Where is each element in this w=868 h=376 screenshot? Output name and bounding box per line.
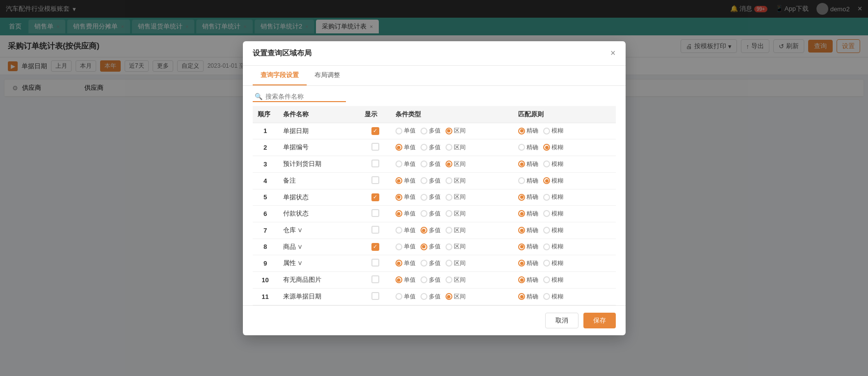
- modal-close-button[interactable]: ×: [610, 48, 616, 58]
- search-icon: 🔍: [255, 93, 263, 100]
- search-input[interactable]: [265, 93, 344, 100]
- tab-layout-adjust-label: 布局调整: [315, 71, 340, 79]
- tab-layout-adjust[interactable]: 布局调整: [307, 66, 348, 85]
- search-input-wrap: 🔍: [253, 92, 346, 102]
- modal-header: 设置查询区域布局 ×: [243, 41, 626, 66]
- tab-query-fields-label: 查询字段设置: [261, 71, 299, 79]
- modal-dialog: 设置查询区域布局 × 查询字段设置 布局调整 🔍: [243, 41, 626, 102]
- modal-tabs: 查询字段设置 布局调整: [243, 66, 626, 86]
- modal-body: 🔍 顺序 条件名称: [243, 86, 626, 102]
- search-bar: 🔍: [243, 86, 626, 102]
- modal-overlay: 设置查询区域布局 × 查询字段设置 布局调整 🔍: [0, 0, 868, 101]
- tab-query-fields[interactable]: 查询字段设置: [253, 66, 307, 85]
- modal-title: 设置查询区域布局: [253, 49, 312, 58]
